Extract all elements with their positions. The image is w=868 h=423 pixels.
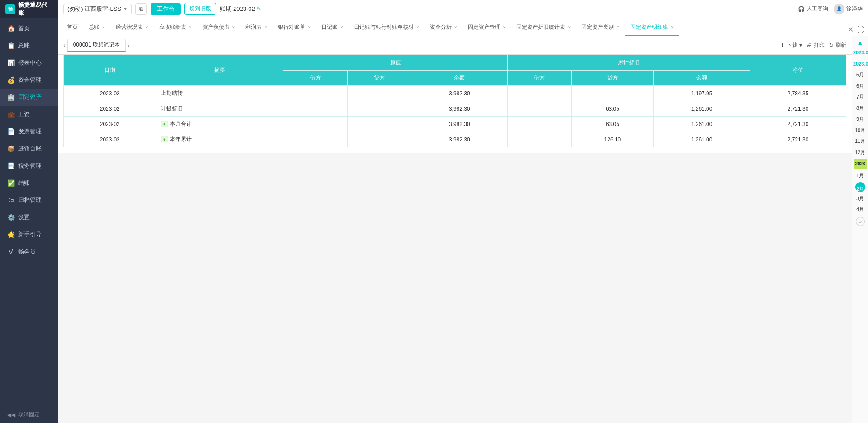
panel-active-month[interactable]: 2月 [855,182,865,192]
sidebar-item-报表中心[interactable]: 📊报表中心 [0,54,58,71]
sidebar-item-进销台账[interactable]: 📦进销台账 [0,140,58,157]
panel-month[interactable]: 8月 [852,103,868,114]
col-accumulated-depreciation: 累计折旧 [508,55,750,70]
tab-label: 总账 [89,24,99,31]
sub-nav: ‹ 000001 联想笔记本 › ⬇ 下载 ▾ 🖨 打印 [58,36,852,55]
cell-net-value: 2,721.30 [750,132,846,147]
panel-month[interactable]: 1月 [852,170,868,181]
sidebar-item-固定资产[interactable]: 🏢固定资产 [0,89,58,106]
tab-bar: 首页总账×经营状况表×应收账龄表×资产负债表×利润表×银行对账单×日记账×日记账… [58,18,868,36]
download-icon: ⬇ [780,42,785,48]
tab-日记账与银行对账单核对[interactable]: 日记账与银行对账单核对× [349,20,425,36]
sidebar-item-发票管理[interactable]: 📄发票管理 [0,123,58,140]
tab-首页[interactable]: 首页 [61,20,83,36]
tab-资产负债表[interactable]: 资产负债表× [197,20,241,36]
tab-close-icon[interactable]: × [454,25,457,30]
panel-month[interactable]: 10月 [852,125,868,136]
sidebar-item-新手引导[interactable]: 🌟新手引导 [0,226,58,243]
sidebar-item-首页[interactable]: 🏠首页 [0,20,58,37]
panel-month[interactable]: 7月 [852,91,868,103]
tab-close-icon[interactable]: × [340,25,343,30]
cell-summary: ●本年累计 [156,132,283,147]
panel-month[interactable]: 4月 [852,204,868,215]
tab-资金分析[interactable]: 资金分析× [425,20,462,36]
cell-debit-lj [508,132,571,147]
sidebar-item-设置[interactable]: ⚙️设置 [0,209,58,226]
sidebar-unpin[interactable]: ◀◀ 取消固定 [0,406,58,423]
tab-close-icon[interactable]: × [146,25,148,30]
panel-month[interactable]: 3月 [852,193,868,204]
sidebar-label: 固定资产 [18,93,42,101]
panel-month[interactable]: 5月 [852,69,868,80]
logo-icon: 畅 [5,4,15,14]
sidebar-icon: 📊 [7,59,14,66]
cell-credit-lj: 63.05 [571,117,653,132]
sidebar-item-资金管理[interactable]: 💰资金管理 [0,71,58,89]
print-button[interactable]: 🖨 打印 [807,42,825,49]
panel-month[interactable]: 6月 [852,80,868,92]
ledger-table: 日期 摘要 原值 累计折旧 净值 借方 贷方 余额 借方 [63,55,846,147]
table-row: 2023-02 上期结转 3,982.30 1,197.95 2,784.35 [64,86,846,101]
tab-close-icon[interactable]: × [503,25,506,30]
cell-balance-lj: 1,261.00 [654,101,750,117]
service-button[interactable]: 🎧 人工客询 [798,5,828,13]
switch-version-button[interactable]: 切到旧版 [184,3,216,15]
copy-button[interactable]: ⧉ [135,3,147,15]
sidebar-item-总账[interactable]: 📋总账 [0,37,58,54]
sidebar-item-归档管理[interactable]: 🗂归档管理 [0,192,58,209]
sidebar-item-工资[interactable]: 💼工资 [0,106,58,123]
tab-close-icon[interactable]: × [189,25,192,30]
tab-总账[interactable]: 总账× [83,20,110,36]
nav-prev-icon[interactable]: ‹ [63,42,66,49]
tab-固定资产折旧统计表[interactable]: 固定资产折旧统计表× [511,20,576,36]
panel-month[interactable]: 9月 [852,113,868,125]
tab-close-icon[interactable]: × [308,25,311,30]
tab-close-icon[interactable]: × [232,25,235,30]
user-menu[interactable]: 👤 徐泽华 [834,4,863,14]
download-button[interactable]: ⬇ 下载 ▾ [780,42,802,49]
cell-credit-lj [571,86,653,101]
refresh-button[interactable]: ↻ 刷新 [829,42,846,49]
panel-circle-button[interactable]: ○ [856,217,865,226]
tab-close-icon[interactable]: × [102,25,105,30]
period-label: 账期 2023-02 ✎ [220,5,261,13]
sidebar-icon: 📑 [7,162,14,169]
cell-debit-lj [508,86,571,101]
table-row: 2023-02 计提折旧 3,982.30 63.05 1,261.00 2,7… [64,101,846,117]
tab-经营状况表[interactable]: 经营状况表× [110,20,154,36]
asset-tab[interactable]: 000001 联想笔记本 [67,39,126,52]
tab-close-icon[interactable]: × [671,25,674,30]
cell-debit-yv [283,86,347,101]
panel-month[interactable]: 12月 [852,147,868,158]
right-panel: ▲2023.022023.025月6月7月8月9月10月11月12月20231月… [852,36,868,423]
sidebar-item-结账[interactable]: ✅结账 [0,174,58,192]
tab-固定资产明细账[interactable]: 固定资产明细账× [625,20,679,36]
tab-label: 固定资产管理 [468,24,500,31]
tab-close-icon[interactable]: × [568,25,571,30]
tab-日记账[interactable]: 日记账× [316,20,349,36]
sidebar-item-税务管理[interactable]: 📑税务管理 [0,157,58,174]
period-edit-icon[interactable]: ✎ [257,6,261,12]
tab-银行对账单[interactable]: 银行对账单× [273,20,316,36]
tab-close-icon[interactable]: × [416,25,419,30]
sidebar-item-畅会员[interactable]: V畅会员 [0,243,58,260]
tab-close-icon[interactable]: × [264,25,267,30]
avatar: 👤 [834,4,844,14]
tab-固定资产管理[interactable]: 固定资产管理× [462,20,511,36]
cell-credit-yv [347,132,411,147]
company-name: (勿动) 江西服室-LSS [67,5,121,13]
tab-close-all-icon[interactable]: ✕ [848,25,854,34]
panel-up-arrow[interactable]: ▲ [856,38,864,47]
tab-利润表[interactable]: 利润表× [240,20,273,36]
tab-固定资产类别[interactable]: 固定资产类别× [576,20,625,36]
inner-content: ‹ 000001 联想笔记本 › ⬇ 下载 ▾ 🖨 打印 [58,36,852,153]
company-selector[interactable]: (勿动) 江西服室-LSS ▼ [63,4,132,14]
tab-应收账龄表[interactable]: 应收账龄表× [154,20,197,36]
col-net-value: 净值 [750,55,846,86]
workbench-button[interactable]: 工作台 [151,3,181,15]
tab-close-icon[interactable]: × [617,25,619,30]
panel-month[interactable]: 11月 [852,136,868,147]
cell-debit-yv [283,117,347,132]
tab-expand-icon[interactable]: ⛶ [857,26,864,34]
nav-next-icon[interactable]: › [127,42,130,49]
